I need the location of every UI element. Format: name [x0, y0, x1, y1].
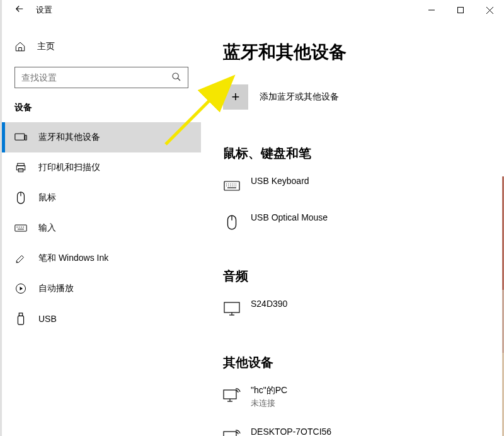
svg-marker-16: [20, 287, 23, 290]
sidebar-item-printers[interactable]: 打印机和扫描仪: [2, 152, 201, 183]
sidebar-item-typing[interactable]: 输入: [2, 213, 201, 243]
back-button[interactable]: [7, 3, 32, 18]
window-title: 设置: [36, 4, 52, 16]
maximize-button[interactable]: [446, 0, 475, 20]
sidebar-item-mouse[interactable]: 鼠标: [2, 183, 201, 213]
section-heading: 音频: [223, 268, 491, 285]
mouse-icon: [14, 192, 27, 204]
pc-wireless-icon: [223, 386, 241, 404]
device-row[interactable]: S24D390: [223, 292, 491, 329]
svg-rect-3: [25, 135, 27, 141]
sidebar-item-usb[interactable]: USB: [2, 304, 201, 334]
svg-rect-17: [19, 313, 22, 316]
devices-icon: [14, 133, 27, 142]
pc-wireless-icon: [223, 428, 241, 436]
plus-icon: +: [232, 89, 240, 105]
sidebar-item-bluetooth[interactable]: 蓝牙和其他设备: [2, 122, 201, 152]
minimize-button[interactable]: [417, 0, 446, 20]
sidebar-category-label: 设备: [2, 102, 201, 122]
add-device-row[interactable]: + 添加蓝牙或其他设备: [223, 84, 491, 110]
section-heading: 鼠标、键盘和笔: [223, 145, 491, 162]
device-name: USB Keyboard: [251, 176, 309, 186]
settings-window: 设置 主页: [0, 0, 504, 436]
sidebar-item-label: 打印机和扫描仪: [38, 162, 100, 173]
section-audio: 音频 S24D390: [223, 268, 491, 329]
arrow-left-icon: [14, 3, 25, 14]
home-link[interactable]: 主页: [2, 33, 201, 60]
page-heading: 蓝牙和其他设备: [223, 40, 491, 64]
sidebar-item-label: 笔和 Windows Ink: [38, 253, 108, 264]
search-icon: [171, 72, 181, 84]
device-row[interactable]: DESKTOP-7OTCI56 未连接: [223, 420, 491, 436]
add-device-button[interactable]: +: [223, 84, 248, 110]
home-icon: [14, 41, 26, 52]
keyboard-icon: [14, 224, 27, 232]
svg-rect-9: [15, 225, 26, 231]
device-row[interactable]: USB Optical Mouse: [223, 206, 491, 243]
titlebar: 设置: [2, 0, 504, 20]
keyboard-icon: [223, 177, 241, 195]
pen-icon: [14, 253, 27, 264]
device-name: S24D390: [251, 299, 287, 309]
svg-point-1: [173, 73, 178, 79]
minimize-icon: [428, 7, 435, 13]
usb-icon: [14, 313, 27, 325]
svg-rect-0: [458, 8, 464, 13]
home-label: 主页: [37, 41, 55, 52]
svg-rect-5: [16, 166, 25, 170]
window-controls: [417, 0, 504, 20]
monitor-icon: [223, 300, 241, 318]
maximize-icon: [457, 7, 464, 13]
svg-rect-41: [224, 432, 236, 436]
mouse-icon: [223, 214, 241, 231]
section-mouse-keyboard: 鼠标、键盘和笔 USB Keyboard USB Optical Mouse: [223, 145, 491, 243]
section-other-devices: 其他设备 "hc"的PC 未连接 DESKTOP-7OTCI56: [223, 354, 491, 436]
svg-rect-38: [224, 390, 236, 399]
device-name: USB Optical Mouse: [251, 212, 328, 222]
device-name: DESKTOP-7OTCI56: [251, 427, 331, 436]
device-name: "hc"的PC: [251, 385, 287, 396]
sidebar-item-label: USB: [38, 314, 57, 324]
close-icon: [486, 7, 493, 14]
close-button[interactable]: [475, 0, 504, 20]
main-panel: 蓝牙和其他设备 + 添加蓝牙或其他设备 鼠标、键盘和笔 USB Keyboard: [201, 20, 504, 436]
add-device-label: 添加蓝牙或其他设备: [260, 91, 339, 103]
svg-rect-4: [18, 163, 25, 166]
autoplay-icon: [14, 283, 27, 294]
content-area: 主页 设备 蓝牙和其他设备 打印机和扫描仪: [2, 20, 504, 436]
device-row[interactable]: "hc"的PC 未连接: [223, 379, 491, 420]
svg-rect-2: [15, 134, 25, 140]
sidebar-item-label: 鼠标: [38, 192, 56, 204]
search-input[interactable]: [21, 72, 171, 83]
sidebar-item-label: 蓝牙和其他设备: [38, 132, 100, 143]
device-row[interactable]: USB Keyboard: [223, 169, 491, 206]
sidebar-item-label: 输入: [38, 222, 56, 234]
device-status: 未连接: [251, 398, 287, 409]
sidebar-item-pen[interactable]: 笔和 Windows Ink: [2, 243, 201, 273]
sidebar-item-label: 自动播放: [38, 283, 74, 294]
svg-rect-18: [18, 316, 23, 324]
printer-icon: [14, 162, 27, 173]
section-heading: 其他设备: [223, 354, 491, 371]
search-input-container[interactable]: [14, 67, 188, 88]
sidebar: 主页 设备 蓝牙和其他设备 打印机和扫描仪: [2, 20, 201, 436]
svg-rect-35: [224, 302, 239, 313]
sidebar-item-autoplay[interactable]: 自动播放: [2, 273, 201, 304]
